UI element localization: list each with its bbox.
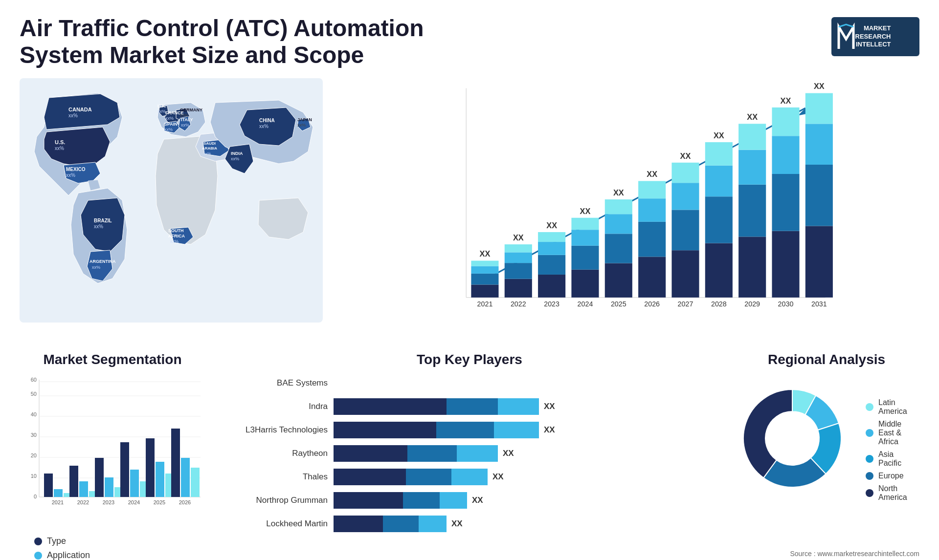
players-container: BAE SystemsIndraXXL3Harris TechnologiesX… bbox=[220, 375, 719, 532]
svg-text:2023: 2023 bbox=[544, 301, 559, 308]
svg-rect-77 bbox=[805, 226, 833, 298]
player-bar-segment bbox=[334, 445, 407, 462]
svg-rect-56 bbox=[605, 199, 632, 214]
svg-rect-67 bbox=[705, 166, 733, 197]
svg-rect-38 bbox=[471, 274, 498, 285]
svg-rect-60 bbox=[638, 181, 666, 199]
player-xx-label: XX bbox=[451, 519, 463, 529]
regional-legend-item: North America bbox=[866, 484, 910, 502]
svg-rect-54 bbox=[605, 234, 632, 263]
seg-chart-svg: 0 10 20 30 40 50 60 20212022202320242025… bbox=[20, 375, 205, 517]
svg-rect-133 bbox=[171, 429, 180, 497]
player-bar-segment bbox=[334, 492, 403, 509]
svg-text:XX: XX bbox=[513, 233, 524, 242]
svg-text:xx%: xx% bbox=[94, 224, 103, 229]
svg-text:ITALY: ITALY bbox=[181, 117, 193, 122]
svg-text:AFRICA: AFRICA bbox=[168, 234, 185, 238]
regional-legend-label: North America bbox=[878, 484, 910, 502]
seg-chart-container: 0 10 20 30 40 50 60 20212022202320242025… bbox=[20, 375, 205, 531]
regional-legend-dot bbox=[866, 429, 873, 437]
svg-text:xx%: xx% bbox=[181, 123, 189, 128]
key-players-section: Top Key Players BAE SystemsIndraXXL3Harr… bbox=[220, 352, 719, 538]
regional-legend-label: Europe bbox=[878, 472, 904, 480]
key-players-title: Top Key Players bbox=[220, 352, 719, 367]
player-bar-segment bbox=[419, 516, 447, 532]
svg-text:2024: 2024 bbox=[128, 499, 140, 505]
svg-text:INDIA: INDIA bbox=[231, 151, 243, 156]
player-row: Lockheed MartinXX bbox=[230, 516, 709, 532]
regional-legend-item: Europe bbox=[866, 472, 910, 480]
svg-text:MEXICO: MEXICO bbox=[66, 167, 86, 172]
player-bar bbox=[334, 422, 539, 438]
player-bar-segment bbox=[407, 445, 457, 462]
player-bar-segment bbox=[334, 398, 447, 415]
svg-text:2026: 2026 bbox=[644, 301, 660, 308]
svg-text:xx%: xx% bbox=[92, 265, 100, 270]
svg-text:2023: 2023 bbox=[103, 499, 114, 505]
svg-text:U.S.: U.S. bbox=[55, 139, 65, 145]
svg-text:2031: 2031 bbox=[811, 301, 827, 308]
svg-rect-55 bbox=[605, 215, 632, 234]
svg-text:SAUDI: SAUDI bbox=[203, 141, 216, 146]
svg-rect-122 bbox=[79, 481, 88, 497]
svg-text:xx%: xx% bbox=[203, 151, 211, 156]
svg-rect-118 bbox=[44, 474, 53, 497]
svg-rect-58 bbox=[638, 222, 666, 257]
svg-text:40: 40 bbox=[31, 411, 37, 417]
svg-text:XX: XX bbox=[480, 250, 491, 258]
bar-chart-section: XXXXXXXXXXXXXXXXXXXXXX 20212022202320242… bbox=[342, 78, 919, 342]
player-row: L3Harris TechnologiesXX bbox=[230, 422, 709, 438]
svg-rect-71 bbox=[738, 150, 766, 185]
svg-rect-50 bbox=[571, 246, 599, 270]
svg-rect-49 bbox=[571, 270, 599, 298]
svg-rect-44 bbox=[505, 244, 532, 252]
svg-rect-124 bbox=[95, 458, 104, 497]
regional-legend: Latin AmericaMiddle East & AfricaAsia Pa… bbox=[866, 398, 919, 502]
player-bar-wrap: XX bbox=[334, 469, 709, 485]
svg-text:CANADA: CANADA bbox=[68, 107, 92, 112]
svg-rect-41 bbox=[505, 279, 532, 298]
svg-text:XX: XX bbox=[781, 96, 791, 105]
svg-rect-70 bbox=[738, 185, 766, 237]
segmentation-section: Market Segmentation 0 10 20 30 40 50 60 bbox=[20, 352, 205, 538]
svg-text:SOUTH: SOUTH bbox=[168, 228, 184, 233]
donut-svg bbox=[734, 380, 851, 497]
svg-text:XX: XX bbox=[546, 221, 557, 230]
svg-text:GERMANY: GERMANY bbox=[180, 108, 202, 112]
legend-dot bbox=[34, 552, 42, 560]
regional-legend-dot bbox=[866, 455, 873, 463]
svg-rect-73 bbox=[772, 231, 799, 298]
svg-rect-69 bbox=[738, 237, 766, 298]
svg-rect-65 bbox=[705, 243, 733, 298]
svg-text:CHINA: CHINA bbox=[259, 118, 275, 123]
regional-legend-dot bbox=[866, 472, 873, 480]
svg-text:2022: 2022 bbox=[511, 301, 526, 308]
player-bar-segment bbox=[494, 422, 539, 438]
player-xx-label: XX bbox=[472, 495, 483, 505]
main-content: CANADA xx% U.S. xx% MEXICO xx% BRAZIL xx… bbox=[0, 78, 939, 342]
svg-rect-127 bbox=[120, 442, 129, 497]
player-bar bbox=[334, 516, 447, 532]
bottom-area: Market Segmentation 0 10 20 30 40 50 60 bbox=[0, 342, 939, 547]
seg-legend: TypeApplicationGeography bbox=[20, 536, 205, 560]
svg-rect-74 bbox=[772, 174, 799, 231]
svg-rect-134 bbox=[181, 458, 190, 497]
svg-text:xx%: xx% bbox=[68, 113, 78, 118]
player-bar-segment bbox=[436, 422, 494, 438]
svg-text:XX: XX bbox=[680, 151, 691, 160]
svg-text:U.K.: U.K. bbox=[157, 104, 166, 108]
svg-rect-61 bbox=[671, 251, 699, 298]
logo-text: MARKET RESEARCH INTELLECT bbox=[855, 24, 896, 49]
svg-text:2024: 2024 bbox=[578, 301, 593, 308]
svg-rect-47 bbox=[538, 242, 565, 255]
player-xx-label: XX bbox=[544, 402, 555, 411]
regional-legend-item: Latin America bbox=[866, 398, 910, 416]
svg-text:2025: 2025 bbox=[154, 499, 165, 505]
svg-text:xx%: xx% bbox=[164, 127, 173, 132]
svg-text:2022: 2022 bbox=[77, 499, 89, 505]
svg-text:2025: 2025 bbox=[611, 301, 626, 308]
svg-rect-53 bbox=[605, 263, 632, 298]
player-bar-wrap: XX bbox=[334, 422, 709, 438]
svg-text:ARGENTINA: ARGENTINA bbox=[89, 259, 116, 264]
regional-title: Regional Analysis bbox=[734, 352, 919, 367]
